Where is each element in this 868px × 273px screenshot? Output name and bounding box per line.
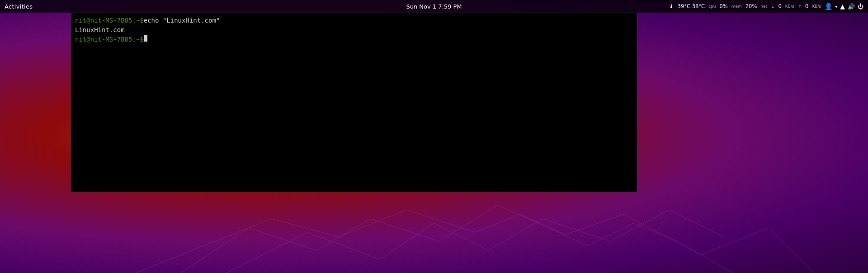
net-up-arrow: ↑ [798, 4, 802, 9]
net-down-value: 0 [778, 3, 782, 9]
terminal-line-2: LinuxHint.com [75, 25, 633, 35]
desktop-decoration [0, 192, 868, 273]
svg-line-17 [701, 228, 769, 255]
desktop: Activities Sun Nov 1 7:59 PM 🌡 39°C 38°C… [0, 0, 868, 273]
terminal-cursor [144, 35, 147, 42]
activities-button[interactable]: Activities [5, 3, 33, 10]
svg-line-14 [497, 205, 565, 235]
svg-line-25 [610, 210, 669, 241]
accessibility-icon[interactable]: 👤 [825, 3, 832, 10]
svg-line-1 [271, 219, 339, 237]
svg-line-10 [249, 228, 316, 250]
terminal-line-3: nit@nit-MS-7B85:~$ [75, 35, 633, 44]
topbar-center: Sun Nov 1 7:59 PM [406, 3, 462, 10]
svg-line-9 [181, 228, 249, 273]
svg-line-19 [226, 232, 307, 273]
temp-icon: 🌡 [669, 3, 674, 9]
terminal-prompt-2: nit@nit-MS-7B85:~$ [75, 35, 144, 44]
svg-line-6 [588, 223, 633, 246]
net-up-unit: KB/s [812, 4, 821, 9]
svg-line-26 [669, 210, 723, 237]
svg-line-8 [678, 241, 732, 273]
svg-line-22 [434, 223, 488, 250]
svg-line-16 [624, 214, 701, 255]
temp-value: 39°C 38°C [678, 3, 705, 9]
svg-line-4 [475, 214, 520, 232]
terminal-line-1: nit@nit-MS-7B85:~$ echo "LinuxHint.com" [75, 16, 633, 25]
net-up-value: 0 [805, 3, 808, 9]
svg-line-15 [565, 214, 624, 235]
svg-line-0 [136, 219, 271, 273]
terminal-body[interactable]: nit@nit-MS-7B85:~$ echo "LinuxHint.com" … [71, 13, 637, 192]
svg-line-13 [439, 205, 497, 241]
svg-line-7 [633, 223, 678, 241]
wifi-icon[interactable]: ▲ [840, 3, 845, 10]
svg-line-21 [380, 223, 434, 259]
power-icon[interactable]: ⏻ [858, 3, 863, 10]
cpu-value: 0% [719, 3, 727, 9]
terminal-window[interactable]: nit@nit-MS-7B85:~$ echo "LinuxHint.com" … [71, 13, 637, 192]
svg-line-5 [520, 214, 588, 246]
tray-dropdown-icon[interactable]: ▾ [835, 4, 837, 9]
mem-value: 20% [745, 3, 757, 9]
terminal-prompt-1: nit@nit-MS-7B85:~$ [75, 16, 144, 25]
terminal-command-1: echo "LinuxHint.com" [144, 16, 220, 25]
svg-line-23 [488, 219, 542, 250]
system-tray: 👤 ▾ ▲ 🔊 ⏻ [825, 3, 863, 10]
mem-label: mem [731, 4, 742, 9]
svg-line-18 [769, 228, 814, 273]
svg-line-3 [407, 210, 475, 232]
cpu-label: cpu [708, 4, 716, 9]
topbar-left: Activities [0, 3, 33, 10]
topbar: Activities Sun Nov 1 7:59 PM 🌡 39°C 38°C… [0, 0, 868, 13]
svg-line-12 [371, 219, 439, 241]
net-label: net [760, 4, 767, 9]
volume-icon[interactable]: 🔊 [848, 3, 855, 10]
net-down-arrow: ↓ [771, 4, 774, 9]
datetime-display: Sun Nov 1 7:59 PM [406, 3, 462, 10]
topbar-right: 🌡 39°C 38°C cpu 0% mem 20% net ↓ 0 KB/s … [669, 3, 868, 10]
svg-line-24 [542, 219, 610, 241]
svg-line-20 [307, 232, 380, 259]
svg-line-11 [316, 219, 371, 250]
net-down-unit: KB/s [785, 4, 794, 9]
terminal-output-1: LinuxHint.com [75, 25, 125, 35]
svg-line-2 [339, 210, 407, 237]
